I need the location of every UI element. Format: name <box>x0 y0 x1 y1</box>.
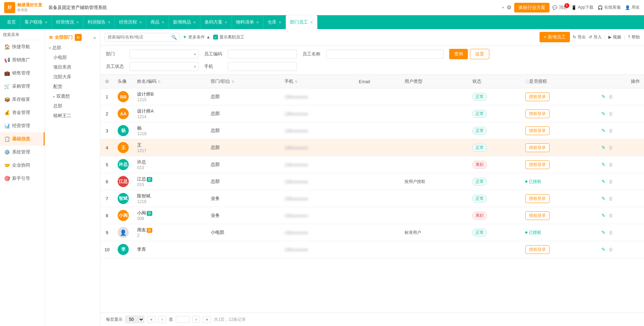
resigned-checkbox[interactable]: ✓ <box>213 35 218 39</box>
query-button[interactable]: 查询 <box>449 49 468 59</box>
edit-button[interactable]: ✎ <box>601 196 606 201</box>
next-page-button[interactable]: › <box>192 316 200 323</box>
delete-button[interactable]: 🗑 <box>608 111 613 116</box>
edit-button[interactable]: ✎ <box>601 179 606 184</box>
dept-node-zongbu[interactable]: ▾ 总部 <box>45 43 100 53</box>
edit-button[interactable]: ✎ <box>601 111 606 116</box>
sidebar-item-quick-nav[interactable]: 🏠快捷导航 <box>0 40 45 53</box>
per-page-select[interactable]: 50 100 <box>125 316 144 323</box>
tab-bom[interactable]: 物料清单✕ <box>232 15 263 29</box>
edit-button[interactable]: ✎ <box>601 128 606 133</box>
search-input[interactable] <box>108 35 170 39</box>
close-icon[interactable]: ✕ <box>76 20 79 24</box>
sidebar-item-system[interactable]: ⚙️系统管理 <box>0 146 45 159</box>
tab-new-goods[interactable]: 新增商品✕ <box>169 15 200 29</box>
show-resigned-toggle[interactable]: ✓ 显示离职员工 <box>213 34 244 40</box>
auth-login-button[interactable]: 授权登录 <box>525 143 550 152</box>
view-button[interactable]: ▶ 视频 <box>608 34 621 40</box>
edit-button[interactable]: ✎ <box>601 145 606 150</box>
auth-login-button[interactable]: 授权登录 <box>525 109 550 118</box>
emp-status-select[interactable] <box>129 62 199 71</box>
user-button[interactable]: 👤 用友 <box>625 5 640 10</box>
dept-node-xiangmu[interactable]: 项目库房 <box>45 62 100 72</box>
phone-input[interactable] <box>228 62 297 71</box>
tab-operations[interactable]: 经营情况✕ <box>52 15 83 29</box>
sys-title-chevron-icon[interactable]: ▾ <box>502 6 504 9</box>
emp-code-input[interactable] <box>228 50 297 59</box>
dept-refresh-button[interactable]: ↻ <box>75 34 82 41</box>
close-icon[interactable]: ✕ <box>162 20 164 24</box>
settings-icon[interactable]: ⚙ <box>105 79 109 84</box>
dept-node-xiaodian[interactable]: 小电部 <box>45 53 100 62</box>
edit-button[interactable]: ✎ <box>601 230 606 235</box>
message-button[interactable]: 💬 消息 6 <box>552 5 567 10</box>
delete-button[interactable]: 🗑 <box>608 94 613 99</box>
dept-node-zongbu2[interactable]: 总部 <box>45 101 100 111</box>
sidebar-search-input[interactable] <box>3 32 45 37</box>
close-icon[interactable]: ✕ <box>108 20 110 24</box>
sidebar-item-finance[interactable]: 💰资金管理 <box>0 106 45 119</box>
current-page-input[interactable]: 1 <box>176 316 190 323</box>
import-button[interactable]: ↺ 导入 <box>589 34 602 40</box>
auth-login-button[interactable]: 授权登录 <box>525 160 550 169</box>
tab-customer[interactable]: 客户联络✕ <box>20 15 52 29</box>
sidebar-item-basic-info[interactable]: 📋基础信息 <box>0 132 45 146</box>
tab-barcode[interactable]: 条码方案✕ <box>200 15 232 29</box>
tab-profit[interactable]: 利润报告✕ <box>83 15 115 29</box>
edit-button[interactable]: ✎ <box>601 213 606 218</box>
close-icon[interactable]: ✕ <box>193 20 196 24</box>
first-page-button[interactable]: « <box>147 316 156 323</box>
auth-login-button[interactable]: 授权登录 <box>525 245 550 254</box>
name-col-header[interactable]: 姓名/编码 ⇅ <box>133 75 207 88</box>
sidebar-item-guide[interactable]: 🎯新手引导 <box>0 172 45 185</box>
sidebar-item-collaboration[interactable]: 🤝企业协同 <box>0 159 45 172</box>
tab-warehouse[interactable]: 仓库✕ <box>263 15 286 29</box>
auth-login-button[interactable]: 授权登录 <box>525 194 550 203</box>
delete-button[interactable]: 🗑 <box>608 247 613 252</box>
delete-button[interactable]: 🗑 <box>608 162 613 167</box>
edit-button[interactable]: ✎ <box>601 162 606 167</box>
set-button[interactable]: 设置 <box>470 49 489 59</box>
auth-login-button[interactable]: 授权登录 <box>525 92 550 101</box>
dept-col-header[interactable]: 部门/职位 ⇅ <box>207 75 280 88</box>
tab-history[interactable]: 经营历程✕ <box>115 15 146 29</box>
dept-collapse-button[interactable]: « <box>93 35 96 40</box>
auth-login-button[interactable]: 授权登录 <box>525 126 550 135</box>
close-icon[interactable]: ✕ <box>256 20 259 24</box>
delete-button[interactable]: 🗑 <box>608 196 613 201</box>
sidebar-item-inventory[interactable]: 📦库存核算 <box>0 93 45 106</box>
prev-page-button[interactable]: ‹ <box>158 316 166 323</box>
delete-button[interactable]: 🗑 <box>608 179 613 184</box>
tab-dept-employee[interactable]: 部门员工✕ <box>286 15 317 29</box>
more-filter-button[interactable]: ▼ 更多条件 ▲ <box>183 34 210 40</box>
dept-node-peihuo[interactable]: 配货 <box>45 82 100 91</box>
close-icon[interactable]: ✕ <box>310 20 313 24</box>
help-button[interactable]: ? 帮助 <box>628 34 640 40</box>
delete-button[interactable]: 🗑 <box>608 213 613 218</box>
last-page-button[interactable]: » <box>203 316 211 323</box>
close-icon[interactable]: ✕ <box>279 20 281 24</box>
settings-col-header[interactable]: ⚙ <box>100 75 114 88</box>
sidebar-item-operations[interactable]: 📊经营管理 <box>0 119 45 132</box>
trial-button[interactable]: 体验行业方案 <box>514 3 550 12</box>
dept-node-shuanglu[interactable]: ▸ 双鹿想 <box>45 91 100 101</box>
phone-col-header[interactable]: 手机 ⇅ <box>280 75 355 88</box>
add-employee-button[interactable]: + 新增员工 <box>539 32 570 42</box>
delete-button[interactable]: 🗑 <box>608 128 613 133</box>
tab-goods[interactable]: 商品✕ <box>146 15 169 29</box>
dept-node-shenyang[interactable]: 沈阳大库 <box>45 72 100 82</box>
export-button[interactable]: ↻ 导出 <box>573 34 586 40</box>
online-service-button[interactable]: 🎧 在线客服 <box>598 5 621 10</box>
delete-button[interactable]: 🗑 <box>608 230 613 235</box>
app-download-button[interactable]: 📱 App下载 <box>571 5 593 10</box>
dept-node-zhishu[interactable]: 植树王二 <box>45 111 100 121</box>
settings-button[interactable]: ⚙ <box>507 4 511 11</box>
close-icon[interactable]: ✕ <box>45 20 47 24</box>
delete-button[interactable]: 🗑 <box>608 145 613 150</box>
tab-home[interactable]: 首页 <box>3 15 20 29</box>
sidebar-item-sales[interactable]: 💼销售管理 <box>0 67 45 80</box>
emp-name-input[interactable] <box>326 50 444 59</box>
close-icon[interactable]: ✕ <box>139 20 142 24</box>
auth-login-button[interactable]: 授权登录 <box>525 211 550 220</box>
dept-select[interactable] <box>129 50 199 59</box>
